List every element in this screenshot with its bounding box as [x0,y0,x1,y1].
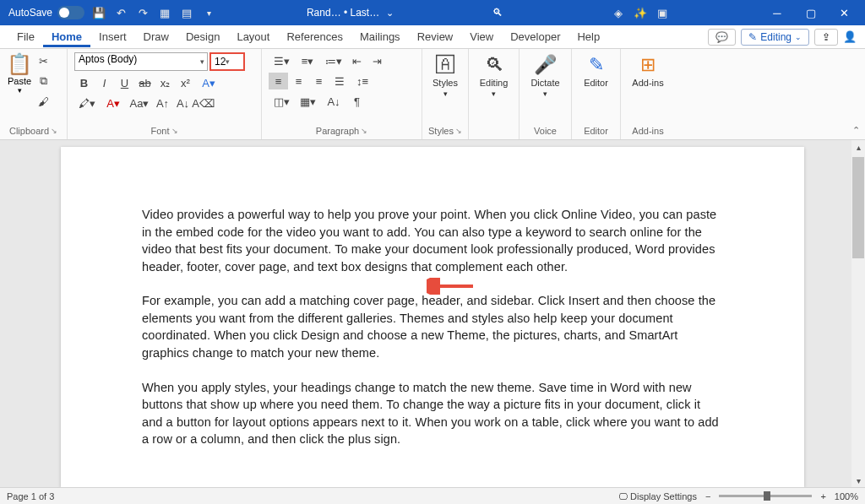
tab-review[interactable]: Review [409,27,462,46]
cut-icon[interactable]: ✂ [34,52,53,69]
italic-button[interactable]: I [95,74,114,91]
tab-developer[interactable]: Developer [502,27,569,46]
document-title[interactable]: Rand… • Last… ⌄ [307,7,394,19]
editing-button[interactable]: 🔍︎ Editing▾ [476,52,512,100]
qat-icon-2[interactable]: ▤ [176,2,198,24]
styles-button[interactable]: 🄰 Styles▾ [429,52,461,100]
group-addins: ⊞ Add-ins Add-ins [621,49,675,139]
strikethrough-button[interactable]: ab [135,74,155,91]
search-button[interactable]: 🔍︎ [481,7,514,19]
tab-file[interactable]: File [8,27,43,46]
grow-font-button[interactable]: A↑ [153,95,172,111]
share-button[interactable]: ⇪ [814,29,838,46]
wand-icon[interactable]: ✨ [629,2,651,24]
qat-icon-1[interactable]: ▦ [154,2,176,24]
dictate-button[interactable]: 🎤 Dictate▾ [526,52,564,100]
tab-design[interactable]: Design [177,27,228,46]
bullets-button[interactable]: ☰▾ [269,52,294,69]
tab-view[interactable]: View [461,27,502,46]
sort-button[interactable]: A↓ [321,93,346,110]
numbering-button[interactable]: ≡▾ [295,52,320,69]
collapse-ribbon-icon[interactable]: ⌃ [852,125,860,136]
dialog-launcher-icon[interactable]: ↘ [171,127,178,135]
text-effects-button[interactable]: A▾ [196,74,221,91]
paragraph-3[interactable]: When you apply styles, your headings cha… [142,379,723,448]
title-bar: AutoSave 💾 ↶ ↷ ▦ ▤ ▾ Rand… • Last… ⌄ 🔍︎ … [0,0,865,25]
change-case-button[interactable]: Aa▾ [127,95,152,111]
pencil-icon: ✎ [748,31,757,43]
window-icon[interactable]: ▣ [651,2,673,24]
zoom-level[interactable]: 100% [835,491,858,501]
tab-draw[interactable]: Draw [135,27,177,46]
tab-insert[interactable]: Insert [90,27,135,46]
subscript-button[interactable]: x₂ [155,74,175,91]
zoom-in-button[interactable]: + [820,491,825,501]
redo-icon[interactable]: ↷ [132,2,154,24]
superscript-button[interactable]: x² [176,74,195,91]
paragraph-2[interactable]: For example, you can add a matching cove… [142,292,723,361]
bold-button[interactable]: B [74,74,94,91]
align-left-button[interactable]: ≡ [269,73,288,89]
search-icon: 🔍︎ [485,54,503,76]
font-size-select[interactable]: 12 ▾ [209,52,245,71]
addins-icon: ⊞ [640,54,656,76]
dialog-launcher-icon[interactable]: ↘ [361,127,367,135]
font-name-select[interactable]: Aptos (Body) ▾ [74,52,208,71]
scroll-thumb[interactable] [852,157,864,258]
show-marks-button[interactable]: ¶ [347,93,367,110]
qat-customize-icon[interactable]: ▾ [198,2,220,24]
dialog-launcher-icon[interactable]: ↘ [455,127,462,135]
zoom-slider[interactable] [719,495,812,497]
multilevel-button[interactable]: ≔▾ [321,52,346,69]
save-icon[interactable]: 💾 [88,2,110,24]
tab-mailings[interactable]: Mailings [351,27,409,46]
clear-formatting-button[interactable]: A⌫ [193,95,213,111]
editor-button[interactable]: ✎ Editor [579,52,613,89]
align-right-button[interactable]: ≡ [309,73,329,89]
group-paragraph: ☰▾ ≡▾ ≔▾ ⇤ ⇥ ≡ ≡ ≡ ☰ ↕≡ ◫▾ ▦▾ A↓ ¶ Parag… [262,49,422,139]
font-color-button[interactable]: A▾ [101,95,126,111]
display-settings-button[interactable]: 🖵 Display Settings [618,491,697,501]
close-button[interactable]: ✕ [828,0,862,25]
user-icon[interactable]: 👤 [843,30,857,43]
paste-button[interactable]: 📋 Paste ▾ [7,52,32,95]
page-indicator[interactable]: Page 1 of 3 [7,491,54,501]
tab-help[interactable]: Help [569,27,608,46]
copy-icon[interactable]: ⧉ [34,73,53,89]
addins-button[interactable]: ⊞ Add-ins [628,52,668,89]
vertical-scrollbar[interactable]: ▴ ▾ [851,140,865,487]
dialog-launcher-icon[interactable]: ↘ [51,127,57,135]
scroll-up-icon[interactable]: ▴ [851,140,865,154]
increase-indent-button[interactable]: ⇥ [367,52,387,69]
editing-mode-button[interactable]: ✎ Editing ⌄ [741,29,809,46]
format-painter-icon[interactable]: 🖌 [34,93,53,110]
ribbon: 📋 Paste ▾ ✂ ⧉ 🖌 Clipboard↘ Aptos (Body) … [0,49,865,140]
zoom-out-button[interactable]: − [705,491,710,501]
shading-button[interactable]: ◫▾ [269,93,294,110]
justify-button[interactable]: ☰ [329,73,349,89]
tab-layout[interactable]: Layout [228,27,278,46]
tab-home[interactable]: Home [43,27,90,47]
paragraph-1[interactable]: Video provides a powerful way to help yo… [142,206,723,275]
tab-references[interactable]: References [278,27,351,46]
highlight-button[interactable]: 🖍▾ [74,95,100,111]
diamond-icon[interactable]: ◈ [607,2,629,24]
maximize-button[interactable]: ▢ [794,0,828,25]
minimize-button[interactable]: ─ [760,0,794,25]
line-spacing-button[interactable]: ↕≡ [350,73,375,89]
group-styles: 🄰 Styles▾ Styles↘ [422,49,469,139]
clipboard-icon: 📋 [7,52,32,76]
chevron-down-icon: ⌄ [795,33,802,41]
comments-button[interactable]: 💬 [708,29,736,46]
shrink-font-button[interactable]: A↓ [173,95,193,111]
decrease-indent-button[interactable]: ⇤ [347,52,367,69]
page[interactable]: Video provides a powerful way to help yo… [61,147,804,487]
autosave-toggle[interactable] [57,6,84,19]
align-center-button[interactable]: ≡ [289,73,308,89]
status-bar: Page 1 of 3 🖵 Display Settings − + 100% [0,487,865,504]
undo-icon[interactable]: ↶ [110,2,132,24]
chevron-down-icon[interactable]: ⌄ [386,8,394,19]
scroll-down-icon[interactable]: ▾ [851,474,865,487]
underline-button[interactable]: U [115,74,134,91]
borders-button[interactable]: ▦▾ [295,93,320,110]
